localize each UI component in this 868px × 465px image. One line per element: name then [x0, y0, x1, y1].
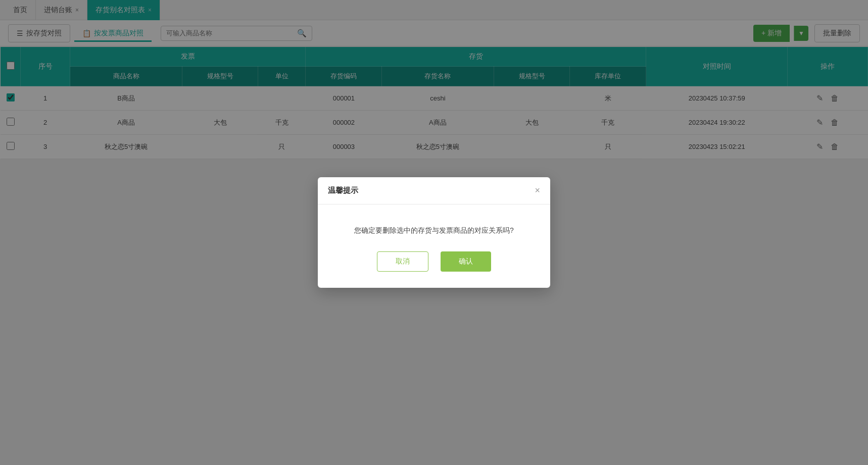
- overlay: 温馨提示 × 您确定要删除选中的存货与发票商品的对应关系吗? 取消 确认: [0, 0, 868, 159]
